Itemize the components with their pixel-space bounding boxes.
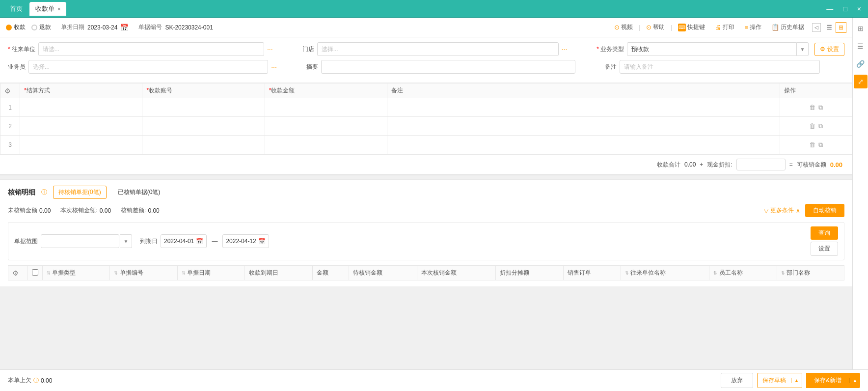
- sidebar-link-icon[interactable]: 🔗: [854, 57, 868, 71]
- cell-account-1[interactable]: [142, 98, 265, 117]
- cell-amount-3[interactable]: [265, 136, 387, 154]
- pending-tab[interactable]: 待核销单据(0笔): [53, 186, 107, 199]
- cell-settle-3[interactable]: [20, 136, 142, 154]
- copy-icon-3[interactable]: ⧉: [818, 141, 823, 149]
- note-field: 备注: [605, 60, 820, 74]
- business-type-field: 业务类型 预收款 ▼: [597, 42, 809, 56]
- cell-account-3[interactable]: [142, 136, 265, 154]
- shortcut-button[interactable]: ⌨ 快捷键: [674, 22, 709, 33]
- minimize-button[interactable]: —: [823, 4, 836, 14]
- due-date-end-field[interactable]: 2022-04-12 📅: [222, 234, 269, 248]
- sidebar-expand-icon[interactable]: ⤢: [854, 75, 868, 88]
- delete-icon-2[interactable]: 🗑: [809, 122, 815, 130]
- history-button[interactable]: 📋 历史单据: [767, 22, 808, 33]
- date-value: 2023-03-24: [87, 24, 117, 31]
- discard-button[interactable]: 放弃: [721, 373, 753, 388]
- business-type-value[interactable]: 预收款: [627, 42, 797, 56]
- auto-verify-button[interactable]: 自动核销: [805, 204, 844, 217]
- radio-receipt[interactable]: 收款: [6, 23, 26, 31]
- done-tab[interactable]: 已核销单据(0笔): [112, 186, 166, 199]
- save-new-arrow-icon[interactable]: ▲: [849, 378, 860, 383]
- nav-prev[interactable]: ◁: [812, 23, 821, 32]
- row-num-3: 3: [0, 136, 20, 154]
- current-verify-label: 本次核销金额:: [60, 206, 97, 215]
- due-date-start-field[interactable]: 2022-04-01 📅: [161, 234, 207, 248]
- calendar-end-icon[interactable]: 📅: [258, 238, 266, 245]
- layout-list-icon[interactable]: ☰: [824, 22, 835, 33]
- cell-actions-3: 🗑 ⧉: [780, 136, 852, 154]
- shop-more-icon[interactable]: ···: [562, 45, 568, 53]
- cell-note-1[interactable]: [387, 98, 780, 117]
- cell-actions-2: 🗑 ⧉: [780, 117, 852, 136]
- delete-icon-3[interactable]: 🗑: [809, 141, 815, 148]
- calendar-icon[interactable]: 📅: [120, 24, 129, 31]
- main-content: 收款 退款 单据日期 2023-03-24 📅 单据编号 SK-20230324…: [0, 18, 852, 286]
- partner-input[interactable]: [38, 42, 264, 56]
- help-button[interactable]: ⊙ 帮助: [642, 22, 669, 33]
- cell-note-3[interactable]: [387, 136, 780, 154]
- maximize-button[interactable]: □: [840, 4, 850, 14]
- bottom-th-dept: ⇅ 部门名称: [777, 266, 844, 280]
- cell-amount-2[interactable]: [265, 117, 387, 136]
- more-conditions-button[interactable]: ▽ 更多条件 ∧: [764, 206, 800, 215]
- bottom-gear-icon[interactable]: ⚙: [12, 269, 19, 277]
- nav-arrows: ◁: [812, 23, 821, 32]
- note-input[interactable]: [620, 60, 820, 74]
- cell-note-2[interactable]: [387, 117, 780, 136]
- sidebar-table-icon[interactable]: ⊞: [854, 22, 868, 35]
- copy-icon-1[interactable]: ⧉: [818, 104, 823, 112]
- radio-refund[interactable]: 退款: [31, 23, 51, 31]
- copy-icon-2[interactable]: ⧉: [818, 122, 823, 130]
- total-value: 0.00: [684, 161, 696, 168]
- date-separator: —: [212, 238, 217, 245]
- video-button[interactable]: ⊙ 视频: [610, 22, 637, 33]
- toolbar: 收款 退款 单据日期 2023-03-24 📅 单据编号 SK-20230324…: [0, 18, 852, 37]
- business-type-arrow[interactable]: ▼: [797, 42, 809, 56]
- form-row-2: 业务员 ··· 摘要 备注: [8, 60, 844, 74]
- cell-settle-1[interactable]: [20, 98, 142, 117]
- shop-input[interactable]: [317, 42, 559, 56]
- verify-info-icon[interactable]: ⓘ: [41, 188, 47, 196]
- tab-home-label: 首页: [10, 4, 23, 13]
- cell-settle-2[interactable]: [20, 117, 142, 136]
- diff-label: 核销差额:: [121, 206, 146, 215]
- current-verify-value: 0.00: [100, 207, 111, 214]
- print-button[interactable]: 🖨 打印: [711, 22, 738, 33]
- settings-button[interactable]: ⚙ 设置: [814, 43, 844, 56]
- row-num-2: 2: [0, 117, 20, 136]
- bottom-th-date: ⇅ 单据日期: [177, 266, 244, 280]
- range-select-arrow[interactable]: ▼: [120, 234, 132, 248]
- range-select[interactable]: [41, 234, 119, 248]
- save-new-button[interactable]: 保存&新增 ▲: [806, 373, 860, 388]
- operate-button[interactable]: ≡ 操作: [740, 22, 765, 33]
- salesperson-input[interactable]: [28, 60, 268, 74]
- partner-field: 往来单位 ···: [8, 42, 273, 56]
- select-all-checkbox[interactable]: [32, 269, 38, 276]
- range-label: 单据范围: [14, 237, 38, 246]
- tab-close-icon[interactable]: ×: [57, 6, 60, 12]
- receipt-table: ⚙ *结算方式 *收款账号 *收款金额 备注 操作: [0, 83, 852, 154]
- save-draft-button[interactable]: 保存草稿 ▲: [757, 373, 802, 388]
- table-settings-button[interactable]: 设置: [811, 242, 838, 256]
- calendar-start-icon[interactable]: 📅: [196, 238, 203, 245]
- prev-info-icon[interactable]: ⓘ: [33, 377, 39, 384]
- tab-current[interactable]: 收款单 ×: [29, 2, 66, 16]
- query-button[interactable]: 查询: [811, 226, 838, 240]
- right-sidebar: ⊞ ☰ 🔗 ⤢: [852, 18, 868, 369]
- cell-account-2[interactable]: [142, 117, 265, 136]
- table-gear-icon[interactable]: ⚙: [4, 87, 11, 95]
- partner-more-icon[interactable]: ···: [267, 45, 273, 53]
- salesperson-more-icon[interactable]: ···: [271, 63, 277, 71]
- discount-input[interactable]: [736, 159, 786, 170]
- layout-grid-icon[interactable]: ⊞: [836, 22, 846, 33]
- delete-icon-1[interactable]: 🗑: [809, 104, 815, 111]
- save-draft-arrow-icon[interactable]: ▲: [791, 378, 802, 383]
- sidebar-card-icon[interactable]: ☰: [854, 39, 868, 53]
- summary-input[interactable]: [321, 60, 575, 74]
- close-button[interactable]: ×: [854, 4, 864, 14]
- cell-amount-1[interactable]: [265, 98, 387, 117]
- bottom-th-partner: ⇅ 往来单位名称: [621, 266, 709, 280]
- shortcut-icon: ⌨: [678, 24, 686, 31]
- table-row: 2 🗑 ⧉: [0, 117, 852, 136]
- tab-home[interactable]: 首页: [4, 2, 28, 16]
